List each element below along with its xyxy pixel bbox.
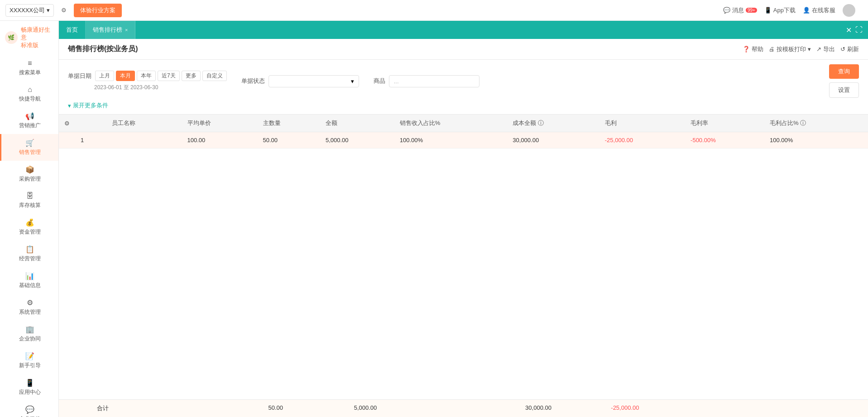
sidebar-item-apps[interactable]: 📱 应用中心 (0, 374, 58, 401)
sidebar-label-system: 系统管理 (19, 308, 41, 316)
sidebar-item-marketing[interactable]: 📢 营销推广 (0, 107, 58, 134)
trial-button[interactable]: 体验行业方案 (74, 4, 122, 17)
sidebar-icon-quick-nav: ⌂ (28, 86, 32, 94)
sidebar-icon-purchase: 📦 (25, 165, 34, 174)
date-label: 单据日期 (68, 72, 91, 80)
export-icon: ↗ (816, 46, 821, 53)
footer-amount: 5,000.00 (349, 404, 434, 412)
app-download-label: App下载 (773, 6, 796, 14)
sidebar-item-inventory[interactable]: 🗄 库存核算 (0, 187, 58, 214)
date-btn-自定义[interactable]: 自定义 (202, 71, 227, 81)
cell-gross: -25,000.00 (599, 132, 685, 149)
online-service-label: 在线客服 (812, 6, 835, 14)
print-chevron-icon: ▾ (808, 46, 811, 53)
sidebar-label-marketing: 营销推广 (19, 122, 41, 129)
sidebar-label-inventory: 库存核算 (19, 201, 41, 209)
sidebar-label-guide: 新手引导 (19, 362, 41, 369)
app-download-btn[interactable]: 📱 App下载 (764, 6, 796, 14)
cell-sales-pct: 100.00% (394, 132, 507, 149)
cell-gross-pct: 100.00% (764, 132, 868, 149)
chevron-down-icon: ▾ (47, 7, 50, 14)
sidebar-label-quick-nav: 快捷导航 (19, 95, 41, 103)
sidebar-item-enterprise[interactable]: 🏢 企业协同 (0, 321, 58, 347)
page-title: 销售排行榜(按业务员) (68, 44, 138, 54)
date-btn-上月[interactable]: 上月 (95, 71, 114, 81)
sidebar-label-purchase: 采购管理 (19, 175, 41, 183)
refresh-label: 刷新 (847, 45, 859, 53)
sidebar-label-sales: 销售管理 (19, 149, 41, 156)
th-settings: ⚙ (59, 115, 75, 132)
settings-icon-btn[interactable]: ⚙ (58, 4, 70, 17)
online-service-btn[interactable]: 👤 在线客服 (803, 6, 835, 14)
goods-filter-group: 商品 ... (374, 75, 480, 87)
avatar[interactable] (843, 4, 855, 17)
footer-qty: 50.00 (263, 404, 348, 412)
sidebar-item-quick-nav[interactable]: ⌂ 快捷导航 (0, 81, 58, 107)
tab-bar-maximize-icon[interactable]: ⛶ (855, 26, 863, 34)
th-sales-pct: 销售收入占比% (394, 115, 507, 132)
cell-rank: 1 (75, 132, 106, 149)
sidebar-item-sales[interactable]: 🛒 销售管理 (0, 134, 58, 161)
th-cost: 成本全额 ⓘ (507, 115, 599, 132)
footer-cost: 30,000.00 (520, 404, 605, 412)
footer-sales-pct (434, 404, 520, 412)
sidebar-item-operations[interactable]: 📋 经营管理 (0, 240, 58, 267)
export-button[interactable]: ↗ 导出 (816, 45, 835, 53)
sidebar-logo: 🌿 畅康通好生意 标准版 (0, 21, 58, 55)
date-btn-近7天[interactable]: 近7天 (158, 71, 180, 81)
sidebar-icon-marketing: 📢 (25, 112, 34, 120)
top-bar-right: 💬 消息 99+ 📱 App下载 👤 在线客服 (723, 4, 863, 17)
tab-sales-ranking[interactable]: 销售排行榜 × (86, 21, 135, 39)
sidebar-item-guide[interactable]: 📝 新手引导 (0, 347, 58, 374)
goods-label: 商品 (374, 77, 385, 85)
status-filter-group: 单据状态 ▾ (241, 75, 359, 87)
date-filter-group: 单据日期 上月本月本年近7天更多自定义 2023-06-01 至 2023-06… (68, 71, 227, 91)
date-btn-更多[interactable]: 更多 (182, 71, 201, 81)
sidebar: 🌿 畅康通好生意 标准版 ≡ 搜索菜单 ⌂ 快捷导航 📢 营销推广 🛒 销售管理… (0, 21, 59, 417)
sidebar-item-basic-info[interactable]: 📊 基础信息 (0, 267, 58, 294)
page-header: 销售排行榜(按业务员) ❓ 帮助 🖨 按模板打印 ▾ ↗ 导出 (59, 39, 868, 60)
sidebar-item-purchase[interactable]: 📦 采购管理 (0, 161, 58, 187)
goods-more-icon: ... (394, 78, 399, 85)
th-avg-price: 平均单价 (182, 115, 258, 132)
table-header: ⚙ 员工名称 平均单价 主数量 全额 销售收入占比% 成本全额 ⓘ 毛利 毛利率… (59, 115, 868, 132)
message-badge: 99+ (746, 8, 757, 13)
date-btn-本年[interactable]: 本年 (137, 71, 156, 81)
status-select[interactable]: ▾ (269, 75, 359, 87)
sidebar-icon-finance: 💰 (25, 218, 34, 227)
sidebar-icon-wechat: 💬 (25, 405, 34, 414)
sidebar-item-system[interactable]: ⚙ 系统管理 (0, 294, 58, 321)
sidebar-icon-guide: 📝 (25, 352, 34, 360)
footer-avg-price (177, 404, 263, 412)
help-button[interactable]: ❓ 帮助 (743, 45, 763, 53)
tab-bar-actions: ✕ ⛶ (846, 26, 868, 34)
expand-conditions-btn[interactable]: ▾ 展开更多条件 (68, 101, 859, 110)
tab-close-icon[interactable]: × (125, 27, 128, 33)
goods-input[interactable]: ... (389, 75, 480, 87)
sidebar-item-finance[interactable]: 💰 资金管理 (0, 214, 58, 240)
tab-bar-close-icon[interactable]: ✕ (846, 26, 852, 34)
messages-btn[interactable]: 💬 消息 99+ (723, 6, 757, 14)
sidebar-label-finance: 资金管理 (19, 228, 41, 236)
cell-cost: 30,000.00 (507, 132, 599, 149)
sidebar-item-wechat[interactable]: 💬 企业微信 (0, 401, 58, 417)
company-selector[interactable]: XXXXXX公司 ▾ (5, 4, 54, 17)
table-row: 1 100.00 50.00 5,000.00 100.00% 30,000.0… (59, 132, 868, 149)
service-icon: 👤 (803, 7, 810, 14)
sidebar-icon-operations: 📋 (25, 245, 34, 254)
sidebar-icon-system: ⚙ (27, 298, 33, 307)
print-template-button[interactable]: 🖨 按模板打印 ▾ (769, 45, 811, 53)
date-range: 2023-06-01 至 2023-06-30 (94, 84, 227, 91)
sidebar-item-search-order[interactable]: ≡ 搜索菜单 (0, 55, 58, 81)
footer-rank (78, 404, 91, 412)
tab-bar: 首页 销售排行榜 × ✕ ⛶ (59, 21, 868, 39)
th-amount: 全额 (320, 115, 394, 132)
sidebar-label-apps: 应用中心 (19, 388, 41, 396)
refresh-button[interactable]: ↺ 刷新 (840, 45, 859, 53)
query-area: 查询 设置 (829, 64, 859, 98)
settings-button[interactable]: 设置 (829, 82, 859, 98)
tab-home[interactable]: 首页 (59, 21, 86, 39)
query-button[interactable]: 查询 (829, 64, 859, 79)
filter-bar: 单据日期 上月本月本年近7天更多自定义 2023-06-01 至 2023-06… (59, 60, 868, 115)
date-btn-本月[interactable]: 本月 (116, 71, 135, 81)
